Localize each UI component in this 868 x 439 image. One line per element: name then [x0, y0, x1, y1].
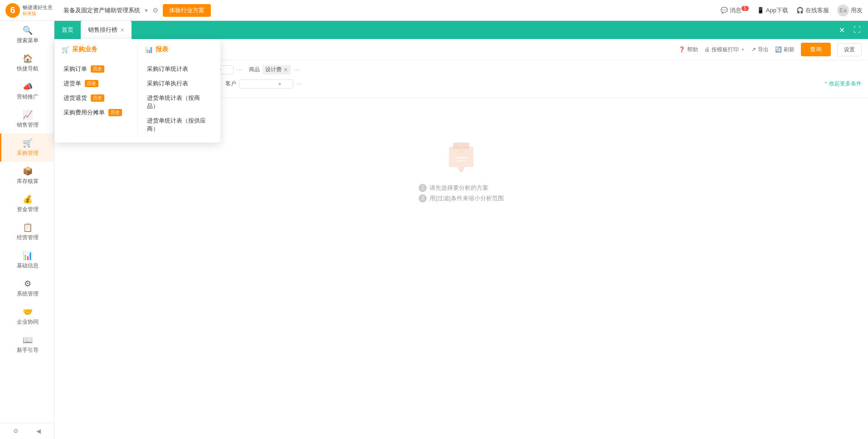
header-right: 💬 消息 5 📱 App下载 🎧 在线客服 Ea 用友 [721, 5, 863, 16]
collapse-icon: ⌃ [824, 81, 828, 87]
footer-settings-icon[interactable]: ⚙ [13, 428, 19, 434]
dropdown-return[interactable]: 进货退货 历史 [62, 91, 130, 105]
export-btn[interactable]: ↗ 导出 [751, 46, 769, 54]
logo-text: 畅捷通好生意 标准版 [23, 4, 53, 16]
tab-sales-rank[interactable]: 销售排行榜 ✕ [81, 21, 132, 39]
refresh-btn[interactable]: 🔄 刷新 [775, 46, 795, 54]
print-btn[interactable]: 🖨 按模板打印 ▼ [704, 46, 745, 54]
refresh-icon: 🔄 [775, 46, 782, 53]
purchase-icon: 🛒 [62, 46, 69, 53]
sidebar-item-search[interactable]: 🔍 搜索菜单 [0, 21, 54, 49]
settings-btn[interactable]: 设置 [837, 43, 862, 56]
sidebar-item-enterprise[interactable]: 🤝 企业协同 [0, 302, 54, 330]
filter-customer: 客户 ▼ ··· [225, 79, 302, 89]
hist-badge-1: 历史 [85, 80, 98, 87]
return-label: 进货退货 [63, 94, 87, 102]
hist-badge-3: 历史 [108, 109, 122, 116]
sidebar-item-guide[interactable]: 📖 新手引导 [0, 330, 54, 359]
top-header: 6 畅捷通好生意 标准版 装备及固定资产辅助管理系统 ▼ ⚙ 体验行业方案 💬 … [0, 0, 868, 21]
incoming-label: 进货单 [63, 79, 81, 88]
user-area[interactable]: Ea 用友 [837, 5, 863, 16]
goods-more-icon[interactable]: ··· [293, 66, 299, 74]
online-service-btn[interactable]: 🎧 在线客服 [796, 6, 829, 15]
dropdown-menu: 🛒 采购业务 采购订单 历史 进货单 历史 进货退货 历史 采购费用分摊单 历史 [54, 39, 220, 143]
dropdown-report-0[interactable]: 采购订单统计表 [145, 62, 214, 76]
cart-icon: 🛒 [23, 138, 33, 148]
dropdown-report-col: 📊 报表 采购订单统计表 采购订单执行表 进货单统计表（按商品） 进货单统计表（… [137, 45, 221, 136]
collapse-btn[interactable]: ⌃ 收起更多条件 [824, 80, 862, 88]
empty-state-illustration [441, 134, 482, 175]
search-icon: 🔍 [23, 25, 33, 35]
goods-chip-close-icon[interactable]: ✕ [283, 67, 288, 73]
home-icon: 🏠 [23, 54, 33, 64]
doc-status-more-icon[interactable]: ··· [236, 66, 242, 74]
print-dropdown-icon[interactable]: ▼ [741, 47, 745, 52]
dropdown-report-1[interactable]: 采购订单执行表 [145, 76, 214, 91]
query-btn[interactable]: 查询 [801, 43, 831, 56]
report-icon: 📊 [145, 46, 153, 53]
tab-bar: 首页 销售排行榜 ✕ ✕ ⛶ [54, 21, 868, 39]
sidebar-item-finance[interactable]: 💰 资金管理 [0, 190, 54, 218]
megaphone-icon: 📣 [23, 82, 33, 92]
customer-more-icon[interactable]: ··· [296, 80, 302, 88]
dropdown-report-title: 📊 报表 [145, 45, 214, 56]
dropdown-arrow-icon[interactable]: ▼ [144, 8, 149, 13]
dropdown-report-2[interactable]: 进货单统计表（按商品） [145, 91, 214, 113]
avatar: Ea [837, 5, 849, 16]
customer-dropdown-icon: ▼ [277, 81, 282, 87]
empty-tip-2: 2 用[过滤]条件来缩小分析范围 [419, 193, 503, 203]
gear-icon: ⚙ [24, 279, 31, 289]
sidebar-item-marketing[interactable]: 📣 营销推广 [0, 77, 54, 105]
tab-expand-icon[interactable]: ⛶ [851, 24, 863, 36]
app-download-btn[interactable]: 📱 App下载 [757, 6, 788, 15]
dropdown-overlay: 🛒 采购业务 采购订单 历史 进货单 历史 进货退货 历史 采购费用分摊单 历史 [54, 39, 220, 143]
customer-select[interactable]: ▼ [239, 79, 293, 89]
logo-area: 6 畅捷通好生意 标准版 [5, 3, 60, 18]
export-icon: ↗ [751, 46, 756, 53]
sidebar-item-inventory[interactable]: 📦 库存核算 [0, 162, 54, 190]
empty-tip-1: 1 请先选择要分析的方案 [419, 183, 503, 193]
sidebar-item-purchase[interactable]: 🛒 采购管理 [0, 133, 54, 162]
collapse-area: ⌃ 收起更多条件 [824, 80, 862, 88]
handshake-icon: 🤝 [23, 307, 33, 317]
sidebar-item-basic[interactable]: 📊 基础信息 [0, 246, 54, 274]
header-settings-icon[interactable]: ⚙ [152, 6, 158, 15]
headset-icon: 🎧 [796, 7, 804, 14]
phone-icon: 📱 [757, 7, 764, 14]
dropdown-purchase-col: 🛒 采购业务 采购订单 历史 进货单 历史 进货退货 历史 采购费用分摊单 历史 [54, 45, 137, 136]
svg-marker-5 [458, 167, 464, 172]
dropdown-report-3[interactable]: 进货单统计表（按供应商） [145, 113, 214, 136]
dropdown-purchase-title: 🛒 采购业务 [62, 45, 130, 56]
dropdown-incoming[interactable]: 进货单 历史 [62, 76, 130, 91]
table-icon: 📊 [23, 251, 33, 261]
hist-badge-2: 历史 [91, 94, 104, 102]
dropdown-expense[interactable]: 采购费用分摊单 历史 [62, 105, 130, 120]
svg-rect-4 [456, 160, 466, 162]
industry-btn[interactable]: 体验行业方案 [163, 4, 211, 17]
sidebar-item-operations[interactable]: 📋 经营管理 [0, 218, 54, 246]
message-btn[interactable]: 💬 消息 5 [721, 6, 749, 15]
sidebar-item-system[interactable]: ⚙ 系统管理 [0, 274, 54, 302]
goods-chip: 设计费 ✕ [263, 65, 291, 74]
footer-collapse-icon[interactable]: ◀ [36, 428, 41, 434]
sidebar-footer: ⚙ ◀ [0, 423, 54, 439]
help-icon: ❓ [678, 46, 685, 53]
sidebar-item-quick[interactable]: 🏠 快捷导航 [0, 49, 54, 77]
expense-label: 采购费用分摊单 [63, 109, 105, 117]
help-btn[interactable]: ❓ 帮助 [678, 46, 698, 54]
svg-rect-3 [455, 157, 468, 159]
system-title: 装备及固定资产辅助管理系统 ▼ ⚙ [63, 6, 158, 15]
dropdown-purchase-order[interactable]: 采购订单 历史 [62, 62, 130, 76]
box-icon: 📦 [23, 166, 33, 176]
tab-close-all-icon[interactable]: ✕ [835, 24, 848, 36]
tab-home[interactable]: 首页 [54, 21, 81, 39]
filter-goods: 商品 设计费 ✕ ··· [249, 65, 299, 74]
empty-tips: 1 请先选择要分析的方案 2 用[过滤]条件来缩小分析范围 [419, 183, 503, 204]
tab-close-icon[interactable]: ✕ [120, 27, 124, 33]
tab-bar-right: ✕ ⛶ [835, 24, 868, 36]
logo-icon: 6 [5, 3, 20, 18]
message-icon: 💬 [721, 7, 728, 14]
svg-point-2 [458, 147, 464, 153]
sidebar-item-sales[interactable]: 📈 销售管理 [0, 105, 54, 133]
book-icon: 📖 [23, 335, 33, 345]
